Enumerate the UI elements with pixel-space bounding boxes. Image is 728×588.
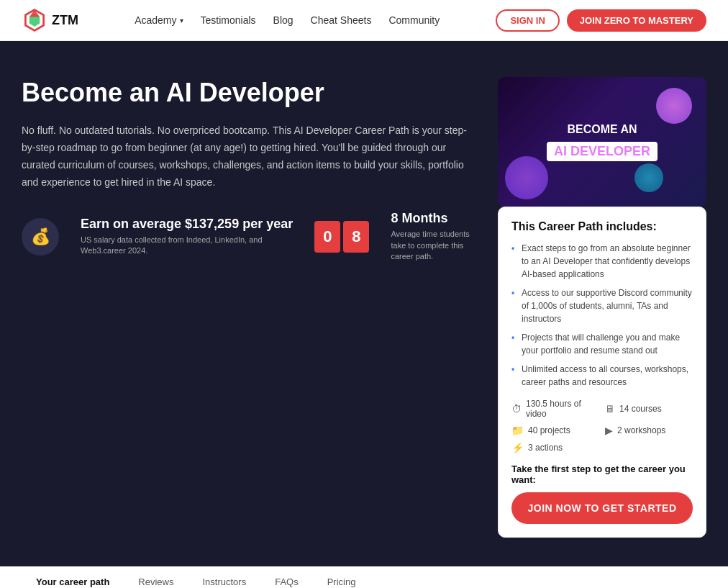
stat-icon: 🖥 (605, 403, 615, 415)
sticky-nav: Your career pathReviewsInstructorsFAQsPr… (0, 566, 728, 588)
hero-image-bottom: AI DEVELOPER (547, 142, 658, 161)
hero-image-label: BECOME AN AI DEVELOPER (547, 123, 658, 161)
salary-icon: 💰 (22, 218, 59, 255)
hero-image-top: BECOME AN (547, 123, 658, 136)
deco-circle-3 (634, 163, 663, 192)
sticky-nav-item-reviews[interactable]: Reviews (124, 566, 188, 588)
nav-community[interactable]: Community (388, 14, 440, 26)
nav-blog[interactable]: Blog (273, 14, 294, 26)
hero-image: BECOME AN AI DEVELOPER (498, 77, 706, 207)
nav-academy[interactable]: Academy ▾ (135, 14, 183, 26)
stat-icon: ⏱ (511, 403, 522, 415)
card-bullet-item: Projects that will challenge you and mak… (511, 331, 693, 357)
deco-circle-2 (656, 88, 692, 124)
stat-icon: ▶ (605, 425, 613, 436)
duration-digit-1: 8 (343, 221, 369, 253)
duration-digit-0: 0 (314, 221, 340, 253)
signin-button[interactable]: SIGN IN (496, 9, 559, 32)
stats-row: 💰 Earn on average $137,259 per year US s… (22, 211, 476, 262)
duration-label: 8 Months (391, 211, 476, 226)
card-stat-item: ⏱130.5 hours of video (511, 399, 599, 419)
cta-button[interactable]: JOIN NOW TO GET STARTED (511, 492, 693, 524)
main-nav: Academy ▾ Testimonials Blog Cheat Sheets… (135, 14, 440, 26)
deco-circle-1 (505, 156, 548, 199)
hero-section: Become an AI Developer No fluff. No outd… (0, 41, 728, 566)
card-stats: ⏱130.5 hours of video🖥14 courses📁40 proj… (511, 399, 693, 453)
stat-label: 130.5 hours of video (526, 399, 599, 419)
chevron-down-icon: ▾ (180, 17, 183, 24)
logo-icon (22, 7, 47, 33)
card-bullet-item: Access to our supportive Discord communi… (511, 286, 693, 325)
stat-icon: 📁 (511, 425, 524, 436)
sidebar-card-title: This Career Path includes: (511, 220, 693, 233)
sticky-nav-item-your-career-path[interactable]: Your career path (22, 566, 124, 588)
card-stat-item: ⚡3 actions (511, 442, 599, 453)
card-bullet-item: Unlimited access to all courses, worksho… (511, 363, 693, 389)
stat-label: 40 projects (528, 425, 570, 435)
hero-right: BECOME AN AI DEVELOPER This Career Path … (498, 77, 706, 538)
stat-label: 3 actions (528, 443, 563, 453)
stat-label: 2 workshops (617, 425, 665, 435)
sticky-nav-item-instructors[interactable]: Instructors (188, 566, 260, 588)
hero-description: No fluff. No outdated tutorials. No over… (22, 122, 476, 191)
nav-testimonials[interactable]: Testimonials (201, 14, 256, 26)
cta-label: Take the first step to get the career yo… (511, 463, 693, 485)
join-button[interactable]: JOIN ZERO TO MASTERY (567, 9, 706, 32)
logo-text: ZTM (52, 13, 78, 28)
hero-title: Become an AI Developer (22, 77, 476, 108)
duration-badge: 0 8 (314, 221, 369, 253)
card-stat-item: 📁40 projects (511, 425, 599, 436)
duration-text: 8 Months Average time students take to c… (391, 211, 476, 262)
card-stat-item: ▶2 workshops (605, 425, 693, 436)
salary-amount: Earn on average $137,259 per year (81, 217, 293, 232)
nav-cheat-sheets[interactable]: Cheat Sheets (311, 14, 372, 26)
stat-icon: ⚡ (511, 442, 524, 453)
duration-desc: Average time students take to complete t… (391, 229, 476, 262)
logo[interactable]: ZTM (22, 7, 78, 33)
sticky-nav-item-pricing[interactable]: Pricing (313, 566, 370, 588)
salary-info: Earn on average $137,259 per year US sal… (81, 217, 293, 257)
card-stat-item: 🖥14 courses (605, 399, 693, 419)
sidebar-card: This Career Path includes: Exact steps t… (498, 207, 706, 538)
sticky-nav-item-faqs[interactable]: FAQs (260, 566, 313, 588)
header-actions: SIGN IN JOIN ZERO TO MASTERY (496, 9, 706, 32)
hero-left: Become an AI Developer No fluff. No outd… (22, 77, 476, 538)
salary-source: US salary data collected from Indeed, Li… (81, 235, 293, 257)
card-bullets: Exact steps to go from an absolute begin… (511, 242, 693, 389)
card-bullet-item: Exact steps to go from an absolute begin… (511, 242, 693, 281)
header: ZTM Academy ▾ Testimonials Blog Cheat Sh… (0, 0, 728, 41)
stat-label: 14 courses (619, 404, 662, 414)
